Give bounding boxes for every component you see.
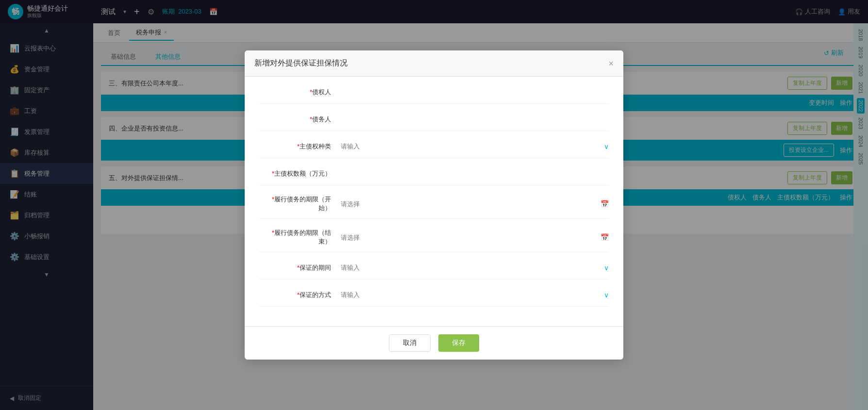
claim-type-dropdown-icon[interactable]: ∨ — [604, 143, 609, 150]
guarantee-period-label: *保证的期间 — [259, 263, 337, 272]
form-row-period-start: *履行债务的期限（开始） 📅 — [259, 195, 609, 219]
debtor-label: *债务人 — [259, 115, 337, 124]
form-row-claim-type: *主债权种类 ∨ — [259, 141, 609, 158]
guarantee-method-dropdown-icon[interactable]: ∨ — [604, 291, 609, 299]
guarantee-period-dropdown-icon[interactable]: ∨ — [604, 264, 609, 272]
period-start-select[interactable]: 📅 — [337, 198, 609, 210]
modal-footer: 取消 保存 — [245, 326, 623, 360]
modal-title: 新增对外提供保证担保情况 — [254, 58, 348, 68]
form-row-debtor: *债务人 — [259, 114, 609, 131]
modal-overlay: 新增对外提供保证担保情况 × *债权人 *债务人 * — [0, 0, 868, 410]
cancel-button[interactable]: 取消 — [389, 334, 431, 352]
claim-amount-input[interactable] — [337, 168, 609, 179]
period-end-input[interactable] — [337, 232, 601, 243]
period-start-input[interactable] — [337, 198, 601, 210]
debtor-input[interactable] — [337, 114, 609, 125]
period-end-calendar-icon[interactable]: 📅 — [601, 233, 609, 241]
modal-dialog: 新增对外提供保证担保情况 × *债权人 *债务人 * — [245, 50, 623, 360]
claim-type-select[interactable]: ∨ — [337, 141, 609, 152]
form-row-guarantee-period: *保证的期间 ∨ — [259, 262, 609, 279]
period-start-calendar-icon[interactable]: 📅 — [601, 200, 609, 208]
form-row-guarantee-method: *保证的方式 ∨ — [259, 289, 609, 307]
claim-type-label: *主债权种类 — [259, 142, 337, 151]
guarantee-method-input[interactable] — [337, 289, 604, 300]
guarantee-method-select[interactable]: ∨ — [337, 289, 609, 300]
form-row-creditor: *债权人 — [259, 86, 609, 104]
form-row-period-end: *履行债务的期限（结束） 📅 — [259, 229, 609, 252]
period-end-select[interactable]: 📅 — [337, 232, 609, 243]
modal-header: 新增对外提供保证担保情况 × — [245, 50, 623, 77]
guarantee-method-label: *保证的方式 — [259, 291, 337, 299]
claim-type-input[interactable] — [337, 141, 604, 152]
guarantee-period-input[interactable] — [337, 262, 604, 273]
creditor-input[interactable] — [337, 86, 609, 98]
form-row-claim-amount: *主债权数额（万元） — [259, 168, 609, 185]
period-start-label: *履行债务的期限（开始） — [259, 195, 337, 213]
modal-close-button[interactable]: × — [608, 59, 614, 68]
save-button[interactable]: 保存 — [438, 334, 479, 352]
claim-amount-label: *主债权数额（万元） — [259, 169, 337, 178]
period-end-label: *履行债务的期限（结束） — [259, 229, 337, 246]
creditor-label: *债权人 — [259, 88, 337, 97]
guarantee-period-select[interactable]: ∨ — [337, 262, 609, 273]
modal-body: *债权人 *债务人 *主债权种类 ∨ — [245, 77, 623, 326]
